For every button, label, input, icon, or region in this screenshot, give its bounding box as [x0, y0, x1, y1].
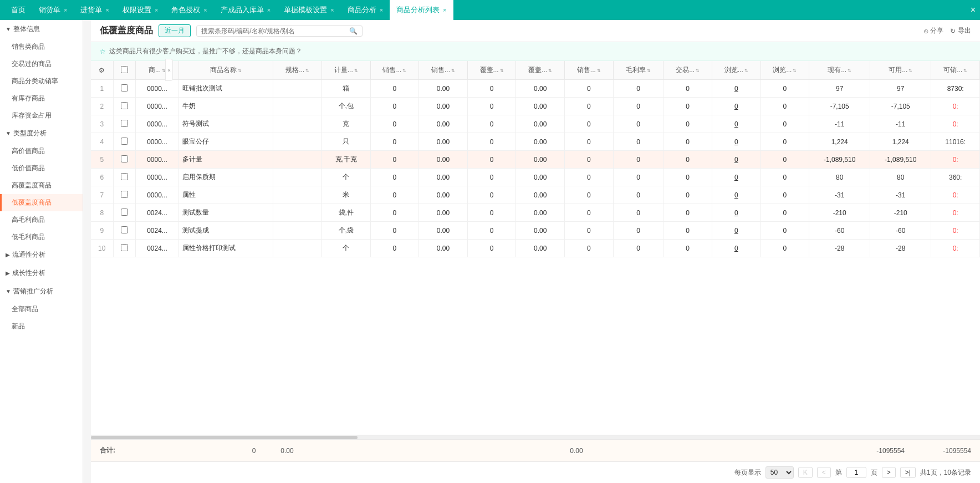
row-checkbox[interactable]: [113, 186, 136, 204]
sidebar-section-overall[interactable]: ▼ 整体信息: [0, 20, 83, 38]
row-view1[interactable]: 0: [712, 240, 760, 257]
column-sales1[interactable]: 销售...⇅: [370, 61, 419, 80]
sidebar-section-growth[interactable]: ▶ 成长性分析: [0, 264, 83, 282]
row-view1[interactable]: 0: [712, 133, 760, 151]
nav-item-templates[interactable]: 单据模板设置 ×: [277, 0, 340, 20]
column-coverage2[interactable]: 覆盖...⇅: [516, 61, 565, 80]
row-checkbox[interactable]: [113, 169, 136, 186]
column-checkbox[interactable]: [113, 61, 136, 80]
column-sales3[interactable]: 销售...⇅: [565, 61, 614, 80]
prev-page-button[interactable]: <: [817, 467, 831, 478]
sidebar-item-sales-goods[interactable]: 销售类商品: [0, 38, 83, 55]
close-icon[interactable]: ×: [380, 7, 383, 13]
sidebar-item-high-margin[interactable]: 高毛利商品: [0, 211, 83, 228]
row-checkbox[interactable]: [113, 98, 136, 115]
next-page-button[interactable]: >: [882, 467, 896, 478]
row-checkbox[interactable]: [113, 151, 136, 169]
last-page-button[interactable]: >|: [900, 467, 916, 478]
horizontal-scrollbar[interactable]: [91, 435, 980, 439]
row-name[interactable]: 旺铺批次测试: [178, 80, 273, 98]
nav-item-permissions[interactable]: 权限设置 ×: [116, 0, 165, 20]
share-button[interactable]: ⎋ 分享: [924, 26, 943, 35]
nav-item-roles[interactable]: 角色授权 ×: [165, 0, 213, 20]
close-icon[interactable]: ×: [64, 7, 67, 13]
close-icon[interactable]: ×: [203, 7, 207, 13]
page-number-input[interactable]: [846, 467, 866, 478]
row-name[interactable]: 多计量: [178, 151, 273, 169]
filter-recent-button[interactable]: 近一月: [159, 24, 191, 37]
close-all-button[interactable]: ×: [971, 5, 976, 15]
sidebar-section-type[interactable]: ▼ 类型度分析: [0, 124, 83, 143]
sidebar-item-low-margin[interactable]: 低毛利商品: [0, 228, 83, 246]
column-margin[interactable]: 毛利率⇅: [613, 61, 663, 80]
sidebar-item-low-coverage[interactable]: 低覆盖度商品: [0, 194, 83, 211]
close-icon[interactable]: ×: [330, 7, 334, 13]
nav-item-analysis[interactable]: 商品分析 ×: [341, 0, 390, 20]
sidebar-item-stock-capital[interactable]: 库存资金占用: [0, 107, 83, 124]
nav-item-purchase[interactable]: 进货单 ×: [74, 0, 115, 20]
row-name[interactable]: 属性价格打印测试: [178, 240, 273, 257]
row-view1[interactable]: 0: [712, 80, 760, 98]
search-input[interactable]: [201, 27, 349, 35]
export-button[interactable]: ↻ 导出: [950, 26, 971, 35]
column-spec[interactable]: 规格...⇅: [273, 61, 322, 80]
row-view1[interactable]: 0: [712, 169, 760, 186]
row-view1[interactable]: 0: [712, 151, 760, 169]
row-name[interactable]: 眼宝公仔: [178, 133, 273, 151]
row-view1[interactable]: 0: [712, 204, 760, 222]
sidebar-item-high-value[interactable]: 高价值商品: [0, 143, 83, 160]
row-spec: [273, 169, 322, 186]
sidebar-collapse-button[interactable]: «: [165, 59, 173, 81]
row-name[interactable]: 启用保质期: [178, 169, 273, 186]
search-box[interactable]: 🔍: [196, 26, 363, 37]
column-view1[interactable]: 浏览...⇅: [712, 61, 760, 80]
row-name[interactable]: 测试数量: [178, 204, 273, 222]
sidebar-item-category-rate[interactable]: 商品分类动销率: [0, 73, 83, 90]
sidebar-item-in-stock[interactable]: 有库存商品: [0, 90, 83, 107]
sidebar-section-marketing[interactable]: ▼ 营销推广分析: [0, 282, 83, 301]
nav-item-analysis-list[interactable]: 商品分析列表 ×: [390, 0, 453, 20]
row-name[interactable]: 属性: [178, 186, 273, 204]
nav-item-sales[interactable]: 销货单 ×: [32, 0, 74, 20]
row-checkbox[interactable]: [113, 222, 136, 240]
sidebar-item-high-coverage[interactable]: 高覆盖度商品: [0, 177, 83, 194]
column-sales2[interactable]: 销售...⇅: [419, 61, 468, 80]
sidebar-item-new-goods[interactable]: 新品: [0, 318, 83, 335]
row-checkbox[interactable]: [113, 80, 136, 98]
sidebar-item-low-value[interactable]: 低价值商品: [0, 160, 83, 177]
close-icon[interactable]: ×: [155, 7, 158, 13]
row-view1[interactable]: 0: [712, 186, 760, 204]
row-name[interactable]: 测试提成: [178, 222, 273, 240]
row-view1[interactable]: 0: [712, 222, 760, 240]
first-page-button[interactable]: K: [798, 467, 813, 478]
select-all-checkbox[interactable]: [121, 66, 128, 73]
close-icon[interactable]: ×: [105, 7, 109, 13]
close-icon[interactable]: ×: [443, 7, 446, 13]
row-name[interactable]: 符号测试: [178, 115, 273, 133]
row-view1[interactable]: 0: [712, 98, 760, 115]
sidebar-item-all-goods[interactable]: 全部商品: [0, 301, 83, 318]
page-size-select[interactable]: 50 100 200: [765, 466, 794, 479]
close-icon[interactable]: ×: [267, 7, 270, 13]
gear-icon[interactable]: ⚙: [99, 67, 105, 74]
column-view2[interactable]: 浏览...⇅: [760, 61, 809, 80]
nav-item-home[interactable]: 首页: [4, 0, 32, 20]
column-available[interactable]: 可用...⇅: [870, 61, 931, 80]
nav-item-products[interactable]: 产成品入库单 ×: [214, 0, 277, 20]
row-name[interactable]: 牛奶: [178, 98, 273, 115]
row-checkbox[interactable]: [113, 115, 136, 133]
row-checkbox[interactable]: [113, 133, 136, 151]
sidebar-item-traded-goods[interactable]: 交易过的商品: [0, 55, 83, 73]
row-checkbox[interactable]: [113, 204, 136, 222]
table-container[interactable]: ⚙ 商...⇅ 商品名称⇅ 规格...⇅ 计量...⇅ 销售...⇅ 销售...…: [91, 61, 980, 435]
row-checkbox[interactable]: [113, 240, 136, 257]
column-current[interactable]: 现有...⇅: [809, 61, 870, 80]
column-gear[interactable]: ⚙: [91, 61, 113, 80]
column-coverage1[interactable]: 覆盖...⇅: [467, 61, 516, 80]
column-unit[interactable]: 计量...⇅: [321, 61, 370, 80]
column-name[interactable]: 商品名称⇅: [178, 61, 273, 80]
column-saleable[interactable]: 可销...⇅: [931, 61, 980, 80]
sidebar-section-flow[interactable]: ▶ 流通性分析: [0, 246, 83, 264]
row-view1[interactable]: 0: [712, 115, 760, 133]
column-trade[interactable]: 交易...⇅: [663, 61, 712, 80]
